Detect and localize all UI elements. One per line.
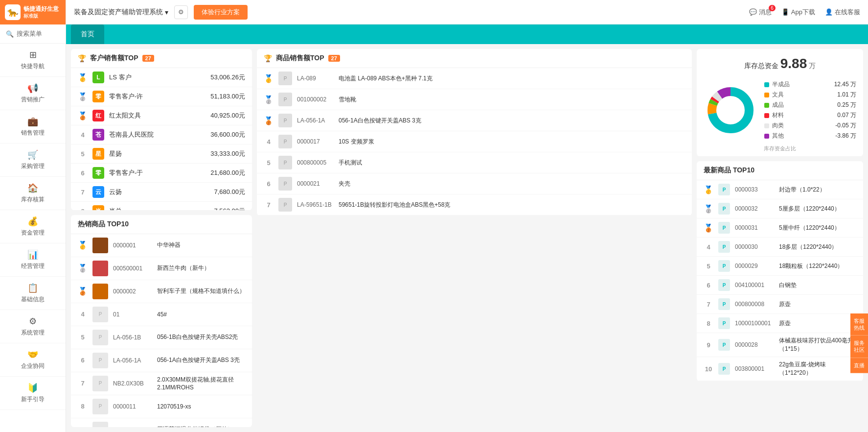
product-thumbnail: P: [718, 222, 730, 234]
rank-number: 5: [264, 159, 274, 167]
sidebar-item-system[interactable]: ⚙系统管理: [0, 310, 66, 343]
product-name: 22g鱼豆腐-烧烤味（1*12*20）: [779, 360, 856, 377]
customer-name: 零售客户-于: [109, 168, 206, 177]
new-product-row: 8 P 10000100001 原壶: [697, 314, 863, 333]
customer-amount: 53,006.26元: [210, 73, 245, 82]
app-sub: 标准版: [23, 13, 59, 19]
product-thumbnail-placeholder: P: [92, 399, 108, 414]
legend-label: 文具: [772, 91, 834, 99]
inventory-unit: 万: [809, 62, 816, 70]
new-product-row: 7 P 000800008 原壶: [697, 295, 863, 314]
notification-item[interactable]: 💬 消息 6: [749, 8, 772, 17]
customer-ranking-badge: 27: [142, 55, 154, 62]
customer-rank-row: 8 肖 肖总 7,563.00元: [71, 202, 252, 210]
legend-dot: [764, 82, 769, 87]
rank-number: 5: [704, 263, 713, 270]
trial-button[interactable]: 体验行业方案: [194, 5, 248, 20]
float-service-community[interactable]: 服务社区: [850, 336, 868, 358]
sidebar-label: 基础信息: [21, 295, 45, 304]
rank-number: 5: [78, 150, 88, 158]
product-code: LA-056-1A: [113, 357, 152, 364]
product-thumbnail: P: [718, 363, 730, 375]
customer-amount: 33,333.00元: [210, 149, 245, 158]
app-name: 畅捷通好生意: [23, 5, 59, 13]
legend-label: 半成品: [772, 80, 831, 89]
sidebar-item-basic-info[interactable]: 📋基础信息: [0, 277, 66, 310]
legend-value: -0.05 万: [835, 121, 856, 130]
sidebar-item-quick-nav[interactable]: ⊞快捷导航: [0, 44, 66, 77]
product-code: 0000021: [297, 180, 334, 187]
medal-icon: 🥇: [264, 74, 274, 83]
float-customer-service[interactable]: 客服热线: [850, 313, 868, 336]
search-menu[interactable]: 🔍 搜索菜单: [0, 24, 66, 44]
product-ranking-title: 商品销售额TOP: [276, 54, 324, 63]
sidebar-nav: ⊞快捷导航📢营销推广💼销售管理🛒采购管理🏠库存核算💰资金管理📊经营管理📋基础信息…: [0, 44, 66, 432]
sidebar-item-marketing[interactable]: 📢营销推广: [0, 77, 66, 110]
settings-button[interactable]: ⚙: [174, 5, 188, 19]
inventory-card: 库存总资金 9.88 万: [697, 49, 863, 156]
product-image: P: [278, 93, 292, 106]
legend-value: 0.07 万: [837, 111, 856, 120]
legend-dot: [764, 93, 769, 97]
rank-number: 6: [704, 282, 713, 289]
tab-home[interactable]: 首页: [71, 24, 104, 44]
hot-products-list: 🥇 0000001 中华神器 🥈 000500001 新西兰牛肉（新牛） 🥉 0…: [71, 234, 252, 427]
product-thumbnail: P: [718, 317, 730, 329]
new-products-list: 🥇 P 0000033 封边带（1.0*22） 🥈 P 0000032 5厘多层…: [697, 180, 863, 381]
app-download-item[interactable]: 📱 App下载: [781, 8, 815, 17]
product-image: P: [278, 156, 292, 169]
sidebar-item-guide[interactable]: 🔰新手引导: [0, 377, 66, 410]
product-code: NB2.0X30B: [113, 380, 152, 387]
new-product-row: 🥇 P 0000033 封边带（1.0*22）: [697, 180, 863, 199]
product-thumbnail-placeholder: P: [92, 353, 108, 368]
customer-ranking-header: 🏆 客户销售额TOP 27: [71, 49, 252, 68]
phone-icon: 📱: [781, 8, 789, 16]
new-product-row: 10 P 003800001 22g鱼豆腐-烧烤味（1*12*20）: [697, 357, 863, 381]
online-service-label: 在线客服: [835, 8, 860, 17]
legend-dot: [764, 113, 769, 118]
new-products-header: 最新商品 TOP10: [697, 161, 863, 180]
inventory-label: 库存总资金: [744, 62, 778, 70]
nav-tabs: 首页: [66, 24, 868, 44]
hot-product-row: 7 P NB2.0X30B 2.0X30MM双搓花轴,搓花直径2.1MM/ROH…: [71, 372, 252, 395]
legend-label: 材料: [772, 111, 834, 120]
float-live[interactable]: 直播: [850, 358, 868, 373]
product-code: LA-59651-1B: [297, 201, 334, 208]
dropdown-arrow-icon: ▾: [165, 8, 168, 16]
product-name: 18颗粒板（1220*2440）: [779, 262, 856, 270]
customer-avatar: 肖: [92, 205, 104, 210]
system-title-dropdown[interactable]: 装备及固定资产辅助管理系统 ▾: [74, 8, 168, 17]
online-service-item[interactable]: 👤 在线客服: [825, 8, 860, 17]
rank-number: 6: [78, 357, 88, 364]
rank-number: 6: [78, 169, 88, 177]
product-name: 056-1A白色按键开关盖ABS 3克: [339, 117, 685, 125]
sidebar-label: 销售管理: [21, 129, 45, 137]
medal-icon: 🥉: [264, 116, 274, 125]
product-code: 0000031: [735, 224, 774, 231]
customer-rank-row: 7 云 云扬 7,680.00元: [71, 183, 252, 202]
search-label: 搜索菜单: [17, 29, 42, 38]
customer-avatar: 苍: [92, 129, 104, 141]
product-rank-row: 4 P 0000017 10S 变频罗浆: [257, 131, 692, 152]
product-thumbnail: P: [718, 203, 730, 215]
product-code: 10000100001: [735, 320, 774, 327]
sidebar-item-operations[interactable]: 📊经营管理: [0, 243, 66, 277]
product-code: 0000028: [735, 341, 774, 348]
customer-name: 红太阳文具: [109, 111, 206, 120]
product-name: 18多层（1220*2440）: [779, 243, 856, 251]
sidebar-item-sales[interactable]: 💼销售管理: [0, 110, 66, 144]
hot-product-row: 5 P LA-056-1B 056-1B白色按键开关壳ABS2壳: [71, 326, 252, 349]
legend-row: 材料 0.07 万: [764, 111, 856, 120]
rank-number: 8: [78, 208, 88, 210]
rank-number: 5: [78, 334, 88, 341]
product-thumbnail: P: [718, 260, 730, 272]
sidebar-item-inventory[interactable]: 🏠库存核算: [0, 177, 66, 210]
mid-column: 🏆 商品销售额TOP 27 🥇 P LA-089 电池盖 LA-089 ABS本…: [257, 49, 692, 427]
sidebar-item-cooperation[interactable]: 🤝企业协同: [0, 343, 66, 377]
sidebar-item-finance[interactable]: 💰资金管理: [0, 210, 66, 243]
customer-avatar: 零: [92, 167, 104, 179]
basic-info-icon: 📋: [27, 283, 38, 293]
customer-amount: 7,680.00元: [214, 188, 245, 196]
sidebar-item-purchase[interactable]: 🛒采购管理: [0, 144, 66, 177]
product-rank-row: 5 P 000800005 手机测试: [257, 152, 692, 173]
